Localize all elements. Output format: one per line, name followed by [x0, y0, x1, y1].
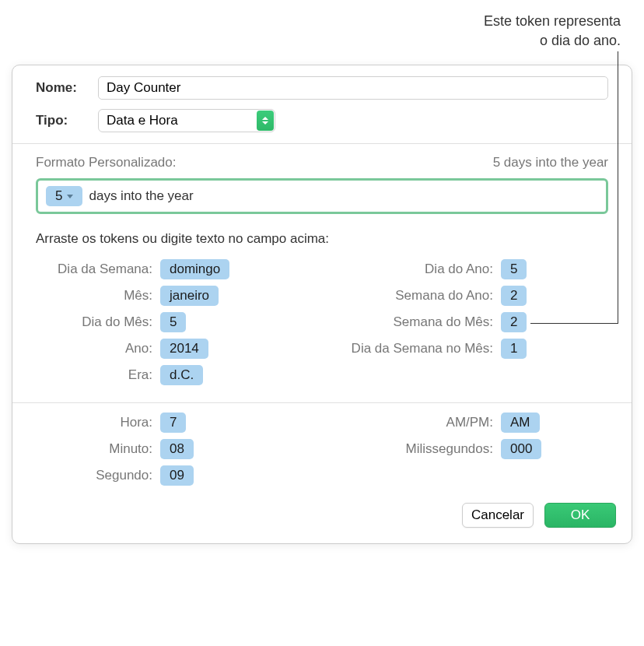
token-column-left: Dia da Semana:domingoMês:janeiroDia do M…: [36, 259, 306, 391]
format-input[interactable]: 5 days into the year: [36, 178, 608, 214]
token-label: AM/PM:: [338, 415, 501, 430]
token-row: Hora:7: [36, 413, 306, 433]
token-day-of-year-in-field[interactable]: 5: [46, 186, 82, 206]
token-diadomês[interactable]: 5: [160, 312, 186, 332]
token-row: Minuto:08: [36, 439, 306, 459]
token-row: Dia da Semana:domingo: [36, 259, 306, 279]
token-label: Dia do Ano:: [338, 262, 501, 277]
token-diadasemana[interactable]: domingo: [160, 259, 229, 279]
token-label: Mês:: [36, 288, 160, 304]
ok-button[interactable]: OK: [544, 503, 616, 528]
token-label: Semana do Ano:: [338, 288, 501, 304]
token-row: Mês:janeiro: [36, 286, 306, 306]
token-label: Ano:: [36, 341, 160, 356]
token-label: Dia da Semana no Mês:: [338, 341, 501, 356]
time-column-left: Hora:7Minuto:08Segundo:09: [36, 413, 306, 492]
name-label: Nome:: [36, 80, 98, 96]
annotation-leader-line: [530, 51, 618, 324]
token-semanadoano[interactable]: 2: [501, 286, 527, 306]
token-label: Minuto:: [36, 441, 160, 457]
chevron-down-icon: [67, 195, 73, 198]
token-row: Era:d.C.: [36, 365, 306, 385]
token-segundo[interactable]: 09: [160, 465, 194, 486]
custom-format-label: Formato Personalizado:: [36, 155, 176, 170]
time-column-right: AM/PM:AMMilissegundos:000: [338, 413, 608, 492]
token-milissegundos[interactable]: 000: [501, 439, 541, 459]
token-row: Dia da Semana no Mês:1: [338, 339, 608, 359]
token-row: Ano:2014: [36, 339, 306, 359]
token-diadoano[interactable]: 5: [501, 259, 527, 279]
token-minuto[interactable]: 08: [160, 439, 194, 459]
token-row: Dia do Mês:5: [36, 312, 306, 332]
token-row: Segundo:09: [36, 465, 306, 486]
instructions-text: Arraste os tokens ou digite texto no cam…: [36, 231, 608, 247]
token-label: Milissegundos:: [338, 441, 501, 457]
type-select[interactable]: Data e Hora: [98, 109, 275, 132]
type-label: Tipo:: [36, 113, 98, 128]
token-semanadomês[interactable]: 2: [501, 312, 527, 332]
token-label: Hora:: [36, 415, 160, 430]
token-label: Era:: [36, 367, 160, 383]
token-hora[interactable]: 7: [160, 413, 186, 433]
annotation-text: Este token representa o dia do ano.: [484, 12, 621, 51]
token-label: Dia do Mês:: [36, 314, 160, 330]
format-literal-text: days into the year: [89, 188, 193, 204]
token-row: Milissegundos:000: [338, 439, 608, 459]
token-label: Semana do Mês:: [338, 314, 501, 330]
token-label: Dia da Semana:: [36, 262, 160, 277]
token-label: Segundo:: [36, 468, 160, 483]
token-diadasemananomês[interactable]: 1: [501, 339, 527, 359]
token-ano[interactable]: 2014: [160, 339, 208, 359]
token-am/pm[interactable]: AM: [501, 413, 540, 433]
token-era[interactable]: d.C.: [160, 365, 203, 385]
token-mês[interactable]: janeiro: [160, 286, 219, 306]
cancel-button[interactable]: Cancelar: [462, 503, 534, 528]
token-row: AM/PM:AM: [338, 413, 608, 433]
